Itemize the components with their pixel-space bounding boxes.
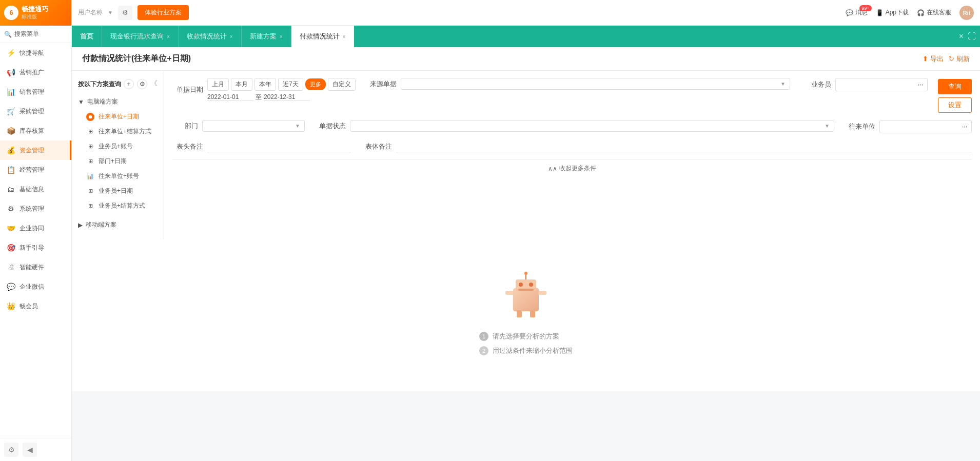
tab-payment-stats[interactable]: 付款情况统计 × bbox=[291, 26, 355, 47]
scheme-grid-icon: ⊞ bbox=[86, 187, 94, 195]
footer-settings-button[interactable]: ⚙ bbox=[4, 443, 18, 457]
scheme-item-staff-account[interactable]: ⊞ 业务员+账号 bbox=[72, 139, 164, 154]
sidebar-item-label: 资金管理 bbox=[19, 146, 44, 155]
sidebar-item-enterprise[interactable]: 🤝 企业协同 bbox=[0, 218, 71, 238]
scheme-add-button[interactable]: + bbox=[124, 79, 134, 89]
export-button[interactable]: ⬆ 导出 bbox=[923, 54, 944, 64]
sidebar-footer: ⚙ ◀ bbox=[0, 438, 71, 461]
date-btn-last-7-days[interactable]: 近7天 bbox=[278, 78, 303, 91]
tab-new-scheme[interactable]: 新建方案 × bbox=[242, 26, 291, 47]
scheme-settings-button[interactable]: ⚙ bbox=[137, 79, 147, 89]
date-btn-this-year[interactable]: 本年 bbox=[254, 78, 276, 91]
date-btn-more[interactable]: 更多 bbox=[305, 78, 326, 90]
service-icon: 🎧 bbox=[917, 9, 925, 16]
table-header-note-input[interactable] bbox=[207, 141, 351, 152]
sidebar-item-wechat[interactable]: 💬 企业微信 bbox=[0, 277, 71, 296]
collapse-more-button[interactable]: ∧∧ 收起更多条件 bbox=[172, 159, 972, 177]
tab-close-icon[interactable]: × bbox=[280, 34, 283, 39]
scheme-item-staff-date[interactable]: ⊞ 业务员+日期 bbox=[72, 184, 164, 198]
sidebar-item-system[interactable]: ⚙ 系统管理 bbox=[0, 199, 71, 218]
tab-close-icon[interactable]: × bbox=[167, 34, 170, 39]
query-actions: 查询 设置 bbox=[938, 78, 972, 113]
sidebar-item-guide[interactable]: 🎯 新手引导 bbox=[0, 238, 71, 257]
sidebar-item-inventory[interactable]: 📦 库存核算 bbox=[0, 121, 71, 141]
mobile-group-header[interactable]: ▶ 移动端方案 bbox=[72, 217, 164, 232]
content-area: 付款情况统计(往来单位+日期) ⬆ 导出 ↻ 刷新 按以下方案查询 bbox=[72, 47, 980, 461]
tab-close-icon[interactable]: × bbox=[343, 34, 346, 39]
tab-label: 新建方案 bbox=[250, 32, 277, 41]
filter-settings-button[interactable]: 设置 bbox=[938, 97, 972, 113]
tab-bank-flow[interactable]: 现金银行流水查询 × bbox=[102, 26, 179, 47]
enterprise-icon: 🤝 bbox=[6, 224, 15, 233]
tab-close-icon[interactable]: × bbox=[230, 34, 233, 39]
sidebar-item-quick-nav[interactable]: ⚡ 快捷导航 bbox=[0, 43, 71, 63]
sidebar-header: 6 畅捷通巧 标准版 bbox=[0, 0, 71, 26]
scheme-grid-icon: ⊞ bbox=[86, 143, 94, 151]
source-select[interactable]: ▼ bbox=[401, 78, 790, 90]
date-to-input[interactable] bbox=[264, 93, 310, 101]
sidebar-item-sales[interactable]: 📊 销售管理 bbox=[0, 82, 71, 102]
table-body-note-input[interactable] bbox=[396, 141, 972, 152]
app-download-button[interactable]: 📱 App下载 bbox=[876, 8, 909, 17]
source-label: 来源单据 bbox=[366, 79, 397, 89]
tab-label: 收款情况统计 bbox=[187, 32, 227, 41]
app-logo: 6 bbox=[4, 6, 18, 20]
sidebar-item-marketing[interactable]: 📢 营销推广 bbox=[0, 63, 71, 82]
refresh-button[interactable]: ↻ 刷新 bbox=[949, 54, 970, 64]
sidebar-item-label: 基础信息 bbox=[19, 185, 44, 194]
tab-receivable-stats[interactable]: 收款情况统计 × bbox=[179, 26, 242, 47]
trial-button[interactable]: 体验行业方案 bbox=[138, 5, 189, 20]
app-name: 畅捷通巧 bbox=[22, 5, 48, 13]
scheme-item-dept-date[interactable]: ⊞ 部门+日期 bbox=[72, 154, 164, 169]
scheme-actions: + ⚙ 《 bbox=[124, 79, 158, 89]
gear-icon: ⚙ bbox=[122, 9, 128, 16]
desktop-group-header[interactable]: ▼ 电脑端方案 bbox=[72, 94, 164, 109]
settings-icon: ⚙ bbox=[8, 446, 15, 454]
sidebar-item-hardware[interactable]: 🖨 智能硬件 bbox=[0, 257, 71, 277]
online-service-button[interactable]: 🎧 在线客服 bbox=[917, 8, 951, 17]
topbar: 用户名称 ▼ ⚙ 体验行业方案 💬 消息 99+ 📱 App下载 🎧 在线客服 … bbox=[72, 0, 980, 26]
date-btn-this-month[interactable]: 本月 bbox=[231, 78, 252, 91]
scheme-collapse-button[interactable]: 《 bbox=[150, 79, 158, 89]
scheme-item-staff-settle[interactable]: ⊞ 业务员+结算方式 bbox=[72, 198, 164, 213]
desktop-group-label: 电脑端方案 bbox=[87, 97, 118, 106]
scheme-item-partner-account[interactable]: 📊 往来单位+账号 bbox=[72, 169, 164, 184]
scheme-item-partner-date[interactable]: 往来单位+日期 bbox=[72, 109, 164, 124]
tab-home[interactable]: 首页 bbox=[72, 26, 102, 47]
notifications-button[interactable]: 💬 消息 99+ bbox=[846, 8, 868, 17]
query-button[interactable]: 查询 bbox=[938, 79, 972, 94]
notifications-badge: 99+ bbox=[859, 5, 871, 11]
svg-rect-6 bbox=[517, 310, 522, 317]
sidebar-item-label: 库存核算 bbox=[19, 127, 44, 135]
gear-icon: ⚙ bbox=[140, 81, 145, 88]
sidebar-item-member[interactable]: 👑 畅会员 bbox=[0, 296, 71, 316]
sidebar-item-finance[interactable]: 💰 资金管理 bbox=[0, 141, 71, 160]
date-from-input[interactable] bbox=[207, 93, 253, 101]
mobile-group-label: 移动端方案 bbox=[86, 221, 116, 229]
filter-section: 按以下方案查询 + ⚙ 《 ▼ bbox=[72, 71, 980, 239]
search-icon: 🔍 bbox=[4, 31, 12, 38]
scheme-item-label: 往来单位+结算方式 bbox=[99, 127, 151, 136]
search-menu[interactable]: 🔍 搜索菜单 bbox=[0, 26, 71, 43]
scheme-item-label: 部门+日期 bbox=[99, 157, 127, 166]
empty-steps: 1 请先选择要分析的方案 2 用过滤条件来缩小分析范围 bbox=[479, 332, 573, 360]
sidebar-item-operation[interactable]: 📋 经营管理 bbox=[0, 160, 71, 179]
sidebar-item-label: 企业协同 bbox=[19, 224, 44, 233]
sidebar-item-purchase[interactable]: 🛒 采购管理 bbox=[0, 102, 71, 121]
partner-select[interactable]: ··· bbox=[879, 120, 972, 133]
tab-fullscreen-button[interactable]: ⛶ bbox=[968, 32, 976, 41]
doc-status-select[interactable]: ▼ bbox=[350, 120, 834, 132]
footer-collapse-button[interactable]: ◀ bbox=[23, 443, 37, 457]
sidebar-item-basic[interactable]: 🗂 基础信息 bbox=[0, 179, 71, 199]
sidebar-nav: ⚡ 快捷导航 📢 营销推广 📊 销售管理 🛒 采购管理 📦 库存核算 💰 资金管… bbox=[0, 43, 71, 438]
user-avatar[interactable]: Rit bbox=[959, 6, 974, 20]
dept-select[interactable]: ▼ bbox=[202, 120, 305, 132]
staff-select[interactable]: ··· bbox=[835, 78, 928, 91]
scheme-item-partner-settle[interactable]: ⊞ 往来单位+结算方式 bbox=[72, 124, 164, 139]
date-btn-last-month[interactable]: 上月 bbox=[207, 78, 229, 91]
date-btn-custom[interactable]: 自定义 bbox=[328, 78, 356, 91]
svg-point-4 bbox=[529, 283, 533, 287]
topbar-settings-button[interactable]: ⚙ bbox=[118, 6, 132, 20]
source-doc-field: 来源单据 ▼ bbox=[366, 78, 790, 90]
tab-close-all-button[interactable]: × bbox=[959, 32, 964, 41]
